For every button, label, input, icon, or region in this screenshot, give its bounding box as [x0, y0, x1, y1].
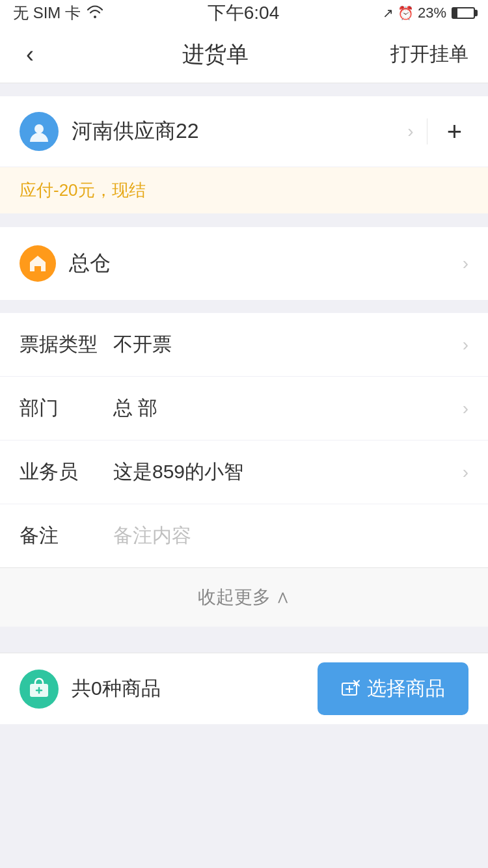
status-bar: 无 SIM 卡 下午6:04 ↗ ⏰ 23% — [0, 0, 488, 26]
svg-rect-1 — [34, 266, 41, 271]
product-icon — [20, 670, 59, 709]
supplier-section: 河南供应商22 › + 应付-20元，现结 — [0, 96, 488, 214]
select-product-button[interactable]: 选择商品 — [318, 662, 468, 715]
status-left: 无 SIM 卡 — [13, 3, 104, 23]
invoice-type-row[interactable]: 票据类型 不开票 › — [0, 313, 488, 377]
open-pending-button[interactable]: 打开挂单 — [390, 41, 468, 68]
select-product-label: 选择商品 — [367, 675, 445, 702]
invoice-type-chevron-icon: › — [463, 334, 468, 355]
salesperson-row[interactable]: 业务员 这是859的小智 › — [0, 441, 488, 504]
supplier-avatar — [20, 112, 59, 151]
top-gap — [0, 83, 488, 96]
warehouse-section[interactable]: 总仓 › — [0, 227, 488, 300]
department-row[interactable]: 部门 总 部 › — [0, 377, 488, 441]
bottom-bar: 共0种商品 选择商品 — [0, 653, 488, 724]
supplier-chevron-icon: › — [407, 121, 413, 142]
back-button[interactable]: ‹ — [20, 34, 40, 75]
status-time: 下午6:04 — [208, 1, 280, 25]
salesperson-chevron-icon: › — [463, 462, 468, 483]
product-count-label: 共0种商品 — [72, 675, 318, 702]
form-section: 票据类型 不开票 › 部门 总 部 › 业务员 这是859的小智 › 备注 备注… — [0, 313, 488, 567]
gap-3 — [0, 627, 488, 640]
alarm-icon: ⏰ — [398, 5, 414, 21]
gap-1 — [0, 214, 488, 227]
nav-bar: ‹ 进货单 打开挂单 — [0, 26, 488, 83]
warehouse-chevron-icon: › — [463, 253, 468, 274]
department-value: 总 部 — [113, 395, 456, 422]
gap-2 — [0, 300, 488, 313]
invoice-type-value: 不开票 — [113, 331, 456, 358]
supplier-divider — [427, 118, 427, 144]
supplier-notice: 应付-20元，现结 — [0, 167, 488, 214]
supplier-row[interactable]: 河南供应商22 › + — [0, 96, 488, 167]
wifi-icon — [86, 4, 104, 22]
remark-row[interactable]: 备注 备注内容 — [0, 504, 488, 567]
salesperson-label: 业务员 — [20, 459, 98, 485]
collapse-button[interactable]: 收起更多 ∧ — [0, 567, 488, 627]
warehouse-row[interactable]: 总仓 › — [0, 227, 488, 300]
salesperson-value: 这是859的小智 — [113, 459, 456, 485]
department-label: 部门 — [20, 395, 98, 422]
invoice-type-label: 票据类型 — [20, 331, 98, 358]
status-right: ↗ ⏰ 23% — [383, 5, 475, 21]
add-supplier-button[interactable]: + — [441, 115, 468, 149]
svg-point-0 — [34, 124, 44, 133]
remark-input[interactable]: 备注内容 — [113, 522, 468, 549]
battery-label: 23% — [418, 5, 446, 21]
warehouse-name: 总仓 — [69, 249, 456, 278]
location-icon: ↗ — [383, 5, 394, 21]
battery-icon — [452, 7, 475, 19]
warehouse-icon — [20, 245, 56, 282]
supplier-name: 河南供应商22 — [72, 117, 407, 146]
carrier-label: 无 SIM 卡 — [13, 3, 81, 23]
page-title: 进货单 — [182, 40, 249, 70]
remark-label: 备注 — [20, 522, 98, 549]
select-product-icon — [341, 679, 360, 699]
department-chevron-icon: › — [463, 398, 468, 419]
